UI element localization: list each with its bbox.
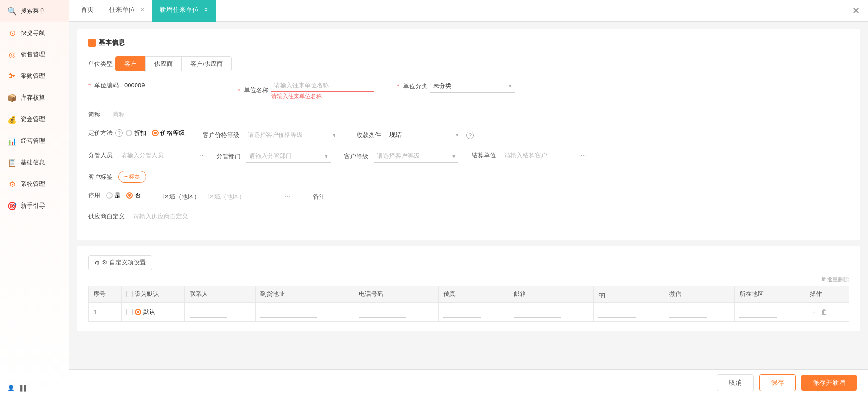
phone-input[interactable] [359,306,406,318]
disabled-yes-radio[interactable]: 是 [106,191,121,200]
customer-price-level-chevron: ▾ [333,132,336,139]
wechat-cell [664,303,734,322]
contacts-table: 序号设为默认联系人到货地址电话号码传真邮箱qq微信所在地区操作 1 默认 [88,286,849,322]
pricing-help-icon[interactable]: ? [115,129,123,137]
quick-nav-icon: ⊙ [8,28,17,38]
tabs-bar: 首页往来单位✕新增往来单位✕ ✕ [69,0,868,22]
tab-close-icon[interactable]: ✕ [140,7,145,13]
unit-category-select[interactable]: 未分类 ▾ [430,80,515,93]
disabled-field: 停用 是 否 [88,191,141,200]
disabled-no-radio[interactable]: 否 [126,191,141,200]
pricing-discount-radio[interactable]: 折扣 [126,129,146,137]
payment-terms-select[interactable]: 现结 ▾ [387,129,462,141]
email-input[interactable] [514,306,561,318]
disabled-no-circle [126,192,133,199]
cancel-button[interactable]: 取消 [717,374,754,391]
region-input[interactable] [206,191,281,202]
manager-row: 分管人员 ··· 分管部门 请输入分管部门 ▾ 客户等级 请选择客户等级 ▾ [88,150,849,163]
sidebar-item-inventory[interactable]: 📦库存核算 [0,87,69,109]
unit-type-btn-customer[interactable]: 客户 [115,56,145,71]
delete-row-button[interactable]: 🗑 [819,307,830,317]
sidebar-item-label: 基础信息 [21,158,45,167]
sidebar-item-purchase-mgmt[interactable]: 🛍采购管理 [0,65,69,87]
table-header-cell: 传真 [438,286,509,303]
manager-input[interactable] [118,150,193,161]
sidebar-item-basic-info[interactable]: 📋基础信息 [0,152,69,173]
tags-row: 客户标签 + 标签 [88,171,849,183]
sidebar: 🔍 搜索菜单 ⊙快捷导航◎销售管理🛍采购管理📦库存核算💰资金管理📊经营管理📋基础… [0,0,69,396]
sidebar-item-sales-mgmt[interactable]: ◎销售管理 [0,44,69,65]
pricing-level-radio[interactable]: 价格等级 [152,129,185,137]
sidebar-item-quick-nav[interactable]: ⊙快捷导航 [0,22,69,44]
region-more-icon[interactable]: ··· [284,193,290,201]
manager-more-icon[interactable]: ··· [197,151,203,160]
qq-input[interactable] [598,306,636,318]
unit-name-label: 单位名称 [244,86,268,94]
dept-field: 分管部门 请输入分管部门 ▾ [216,150,331,163]
contact-input[interactable] [190,306,227,318]
email-cell [509,303,594,322]
sidebar-item-label: 库存核算 [21,93,45,102]
sidebar-item-new-guide[interactable]: 🎯新手引导 [0,195,69,217]
unit-code-field: * 单位编码 [88,80,215,91]
table-header-cell: 所在地区 [735,286,805,303]
add-row-button[interactable]: + [810,307,817,317]
tab-close-icon[interactable]: ✕ [204,7,208,13]
sidebar-item-system-mgmt[interactable]: ⚙系统管理 [0,173,69,195]
customer-price-level-select[interactable]: 请选择客户价格等级 ▾ [245,129,339,141]
wechat-input[interactable] [669,306,707,318]
close-all-button[interactable]: ✕ [848,6,864,16]
save-button[interactable]: 保存 [759,374,796,391]
remarks-input[interactable] [331,191,472,202]
unit-type-btn-both[interactable]: 客户/供应商 [182,56,232,71]
settlement-unit-input[interactable] [502,150,577,161]
header-checkbox[interactable] [126,291,133,297]
tab-new-partner[interactable]: 新增往来单位✕ [152,0,216,22]
batch-delete-area: 🗑 批量删除 [88,276,849,284]
settings-icon: ⚙ [94,259,100,266]
add-tag-button[interactable]: + 标签 [118,171,146,183]
unit-code-input[interactable] [122,80,215,91]
customer-price-level-placeholder: 请选择客户价格等级 [248,131,303,139]
tab-home[interactable]: 首页 [73,0,101,22]
dept-select[interactable]: 请输入分管部门 ▾ [246,150,331,163]
phone-cell [354,303,438,322]
dept-placeholder: 请输入分管部门 [249,152,292,160]
sidebar-item-finance[interactable]: 💰资金管理 [0,109,69,130]
settlement-more-icon[interactable]: ··· [580,151,586,160]
unit-type-btn-supplier[interactable]: 供应商 [145,56,182,71]
sidebar-search-label: 搜索菜单 [21,7,45,15]
disabled-radio-group: 是 否 [106,191,141,200]
custom-settings-button[interactable]: ⚙ ⚙ 自定义项设置 [88,255,152,270]
region-table-cell [735,303,805,322]
address-cell [255,303,354,322]
unit-name-input[interactable] [271,80,374,92]
pricing-level-label: 价格等级 [160,129,185,137]
customer-level-select[interactable]: 请选择客户等级 ▾ [374,150,458,163]
table-header-cell: 联系人 [185,286,255,303]
payment-terms-help-icon[interactable]: ? [466,132,474,139]
tab-partner[interactable]: 往来单位✕ [101,0,152,22]
save-new-button[interactable]: 保存并新增 [801,375,857,391]
settlement-unit-label: 结算单位 [472,151,496,160]
supplier-custom-input[interactable] [130,211,234,222]
table-header-cell: 序号 [89,286,122,303]
sidebar-search[interactable]: 🔍 搜索菜单 [0,0,69,22]
sidebar-item-operations[interactable]: 📊经营管理 [0,130,69,152]
customer-level-field: 客户等级 请选择客户等级 ▾ [344,150,458,163]
unit-type-buttons: 客户供应商客户/供应商 [115,56,232,71]
tab-label: 往来单位 [109,6,135,14]
code-name-row: * 单位编码 * 单位名称 请输入往来单位名称 * 单位分类 未分 [88,80,849,101]
new-guide-icon: 🎯 [8,201,17,210]
disabled-yes-label: 是 [114,191,121,200]
sidebar-item-label: 系统管理 [21,180,45,188]
batch-delete-label[interactable]: 批量删除 [827,276,849,284]
fax-input[interactable] [443,306,481,318]
short-name-input[interactable] [110,109,204,120]
default-checkbox[interactable] [126,309,133,315]
unit-type-field: 单位类型 客户供应商客户/供应商 [88,56,232,71]
region-table-input[interactable] [739,306,777,318]
qq-cell [594,303,664,322]
supplier-custom-label: 供应商自定义 [88,212,125,221]
address-input[interactable] [260,306,317,318]
